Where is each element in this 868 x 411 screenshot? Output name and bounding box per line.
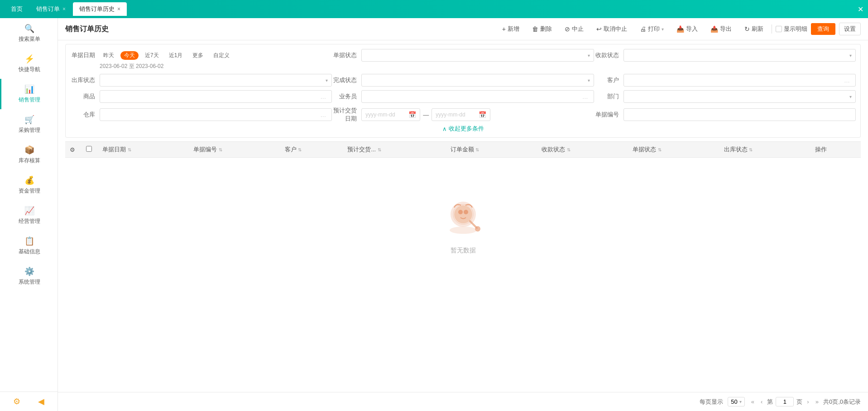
sidebar-item-purchase[interactable]: 🛒 采购管理 bbox=[0, 109, 58, 140]
customer-input[interactable]: … bbox=[623, 74, 856, 87]
complete-content: ▾ bbox=[361, 74, 594, 87]
chevron-up-icon: ∧ bbox=[442, 126, 447, 132]
add-button[interactable]: + 新增 bbox=[498, 23, 524, 35]
th-outbound-status-label: 出库状态 bbox=[724, 146, 748, 153]
import-button[interactable]: 📥 导入 bbox=[672, 23, 702, 35]
customer-dots-icon[interactable]: … bbox=[842, 77, 852, 84]
first-page-button[interactable]: « bbox=[749, 397, 756, 406]
select-all-checkbox[interactable] bbox=[86, 146, 92, 152]
sidebar-collapse-icon[interactable]: ◀ bbox=[38, 396, 44, 406]
show-detail-label: 显示明细 bbox=[784, 25, 807, 33]
header-row: ⚙ 单据日期 ⇅ 单据编号 ⇅ bbox=[65, 142, 861, 158]
date-tag-row: 昨天 今天 近7天 近1月 更多 自定义 bbox=[100, 51, 233, 60]
next-page-button[interactable]: › bbox=[805, 397, 810, 406]
th-doc-no-sort-icon[interactable]: ⇅ bbox=[219, 147, 222, 152]
empty-state: 暂无数据 bbox=[65, 158, 861, 291]
delivery-date-start-cal-icon: 📅 bbox=[408, 111, 416, 118]
export-button[interactable]: 📤 导出 bbox=[706, 23, 736, 35]
sidebar-item-basic-info[interactable]: 📋 基础信息 bbox=[0, 231, 58, 261]
query-button[interactable]: 查询 bbox=[811, 23, 835, 35]
sidebar-item-inventory[interactable]: 📦 库存核算 bbox=[0, 140, 58, 170]
sidebar-item-sales[interactable]: 📊 销售管理 bbox=[0, 79, 58, 109]
last-page-button[interactable]: » bbox=[814, 397, 820, 406]
page-title: 销售订单历史 bbox=[65, 24, 109, 34]
sidebar-item-finance[interactable]: 💰 资金管理 bbox=[0, 170, 58, 200]
table-area: ⚙ 单据日期 ⇅ 单据编号 ⇅ bbox=[58, 141, 868, 392]
show-detail-checkbox[interactable] bbox=[776, 26, 782, 32]
product-input[interactable]: … bbox=[100, 90, 332, 103]
th-delivery-sort-icon[interactable]: ⇅ bbox=[378, 147, 381, 152]
settings-button[interactable]: 设置 bbox=[839, 23, 861, 35]
tab-home[interactable]: 首页 bbox=[5, 2, 29, 16]
print-button[interactable]: 🖨 打印 ▾ bbox=[635, 23, 668, 35]
stop-button[interactable]: ⊘ 中止 bbox=[560, 23, 588, 35]
sidebar-item-search[interactable]: 🔍 搜索菜单 bbox=[0, 18, 58, 48]
date-tag-custom[interactable]: 自定义 bbox=[210, 51, 233, 60]
doc-no-input[interactable] bbox=[623, 108, 856, 121]
export-icon: 📤 bbox=[710, 25, 718, 33]
sidebar-item-quicknav[interactable]: ⚡ 快捷导航 bbox=[0, 48, 58, 79]
outbound-label: 出库状态 bbox=[70, 76, 100, 84]
th-order-amount: 订单金额 ⇅ bbox=[446, 142, 537, 158]
tab-sales-history[interactable]: 销售订单历史 × bbox=[73, 2, 127, 16]
tab-sales-history-close[interactable]: × bbox=[117, 6, 120, 12]
cancel-stop-button[interactable]: ↩ 取消中止 bbox=[592, 23, 632, 35]
th-outbound-status-sort-icon[interactable]: ⇅ bbox=[749, 147, 753, 152]
outbound-select[interactable]: ▾ bbox=[100, 74, 332, 87]
tab-sales-order-close[interactable]: × bbox=[62, 6, 66, 12]
prev-page-button[interactable]: ‹ bbox=[759, 397, 764, 406]
th-doc-date-sort-icon[interactable]: ⇅ bbox=[128, 147, 131, 152]
sidebar-item-system[interactable]: ⚙️ 系统管理 bbox=[0, 261, 58, 291]
date-tag-more[interactable]: 更多 bbox=[189, 51, 207, 60]
date-tag-yesterday[interactable]: 昨天 bbox=[100, 51, 118, 60]
sidebar-settings-icon[interactable]: ⚙ bbox=[13, 396, 20, 406]
th-payment-status-sort-icon[interactable]: ⇅ bbox=[567, 147, 571, 152]
refresh-button[interactable]: ↻ 刷新 bbox=[740, 23, 768, 35]
pagination: « ‹ 第 页 › » 共0页,0条记录 bbox=[749, 397, 861, 406]
date-tag-1month[interactable]: 近1月 bbox=[165, 51, 187, 60]
add-label: 新增 bbox=[508, 25, 519, 33]
th-checkbox[interactable] bbox=[82, 142, 98, 158]
warehouse-input[interactable]: … bbox=[100, 108, 332, 121]
payment-status-select[interactable]: ▾ bbox=[623, 49, 856, 62]
delivery-date-end[interactable]: yyyy-mm-dd 📅 bbox=[432, 108, 490, 121]
complete-select[interactable]: ▾ bbox=[361, 74, 594, 87]
date-separator: — bbox=[423, 111, 429, 118]
settings-gear-icon[interactable]: ⚙ bbox=[70, 146, 75, 153]
empty-text: 暂无数据 bbox=[451, 247, 476, 255]
basic-info-icon: 📋 bbox=[24, 236, 34, 246]
page-number-input[interactable] bbox=[776, 397, 794, 406]
date-label: 单据日期 bbox=[70, 51, 100, 59]
tab-sales-order[interactable]: 销售订单 × bbox=[30, 2, 72, 16]
salesperson-input[interactable]: … bbox=[361, 90, 594, 103]
system-icon: ⚙️ bbox=[24, 266, 34, 276]
window-close-icon[interactable]: ✕ bbox=[858, 5, 863, 14]
department-select[interactable]: ▾ bbox=[623, 90, 856, 103]
th-order-amount-sort-icon[interactable]: ⇅ bbox=[475, 147, 479, 152]
th-settings[interactable]: ⚙ bbox=[65, 142, 82, 158]
add-icon: + bbox=[502, 25, 506, 33]
th-doc-status-sort-icon[interactable]: ⇅ bbox=[658, 147, 662, 152]
collapse-button[interactable]: ∧ 收起更多条件 bbox=[442, 125, 484, 133]
date-tag-today[interactable]: 今天 bbox=[120, 51, 139, 60]
operations-icon: 📈 bbox=[24, 206, 34, 216]
th-doc-date-label: 单据日期 bbox=[102, 146, 126, 153]
salesperson-dots-icon[interactable]: … bbox=[580, 93, 590, 100]
delivery-date-start[interactable]: yyyy-mm-dd 📅 bbox=[361, 108, 420, 121]
svg-point-0 bbox=[450, 227, 477, 234]
total-info: 共0页,0条记录 bbox=[823, 398, 861, 406]
product-dots-icon[interactable]: … bbox=[318, 93, 328, 100]
doc-status-content: ▾ bbox=[361, 49, 594, 62]
sidebar-bottom: ⚙ ◀ bbox=[0, 392, 58, 411]
customer-content: … bbox=[623, 74, 856, 87]
sidebar-item-operations[interactable]: 📈 经营管理 bbox=[0, 200, 58, 231]
date-tag-7days[interactable]: 近7天 bbox=[141, 51, 163, 60]
warehouse-dots-icon[interactable]: … bbox=[318, 111, 328, 118]
collapse-label: 收起更多条件 bbox=[449, 125, 484, 133]
page-size-select[interactable]: 50 ▾ bbox=[728, 397, 744, 406]
sidebar-operations-label: 经营管理 bbox=[19, 218, 40, 225]
product-content: … bbox=[100, 90, 332, 103]
delete-button[interactable]: 🗑 删除 bbox=[528, 23, 556, 35]
th-customer-sort-icon[interactable]: ⇅ bbox=[298, 147, 302, 152]
doc-status-select[interactable]: ▾ bbox=[361, 49, 594, 62]
